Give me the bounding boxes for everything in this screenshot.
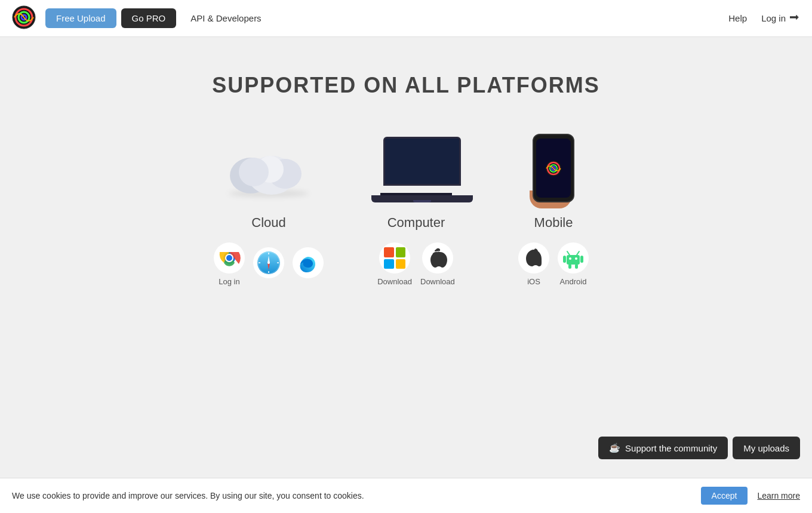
laptop-screen	[383, 137, 461, 186]
android-label: Android	[560, 277, 587, 286]
help-link[interactable]: Help	[728, 13, 747, 23]
chrome-label: Log in	[219, 277, 239, 286]
section-title: SUPPORTED ON ALL PLATFORMS	[212, 73, 599, 98]
svg-rect-23	[567, 255, 580, 265]
svg-rect-28	[563, 256, 566, 263]
apple-computer-icon	[422, 242, 453, 274]
mobile-icons: iOS	[518, 242, 589, 286]
platform-cloud: Cloud Log in	[214, 134, 324, 286]
footer-actions: ☕ Support the community My uploads	[598, 437, 800, 459]
ios-icon	[518, 242, 549, 274]
laptop-art	[371, 137, 461, 202]
my-uploads-button[interactable]: My uploads	[733, 437, 800, 459]
support-icon: ☕	[609, 443, 620, 453]
svg-line-27	[577, 251, 579, 255]
login-link[interactable]: Log in ⮕	[761, 12, 800, 24]
accept-button[interactable]: Accept	[701, 487, 748, 505]
logo[interactable]	[12, 5, 45, 32]
windows-tile-4	[396, 259, 406, 269]
laptop-illustration	[371, 134, 461, 205]
windows-label: Download	[377, 277, 412, 286]
learn-more-button[interactable]: Learn more	[757, 491, 800, 500]
ios-icon-item[interactable]: iOS	[518, 242, 549, 286]
platform-mobile: Mobile iOS	[509, 134, 598, 286]
android-icon-item[interactable]: Android	[558, 242, 589, 286]
platforms-row: Cloud Log in	[78, 134, 734, 286]
chrome-icon-item[interactable]: Log in	[214, 242, 245, 286]
svg-rect-29	[580, 256, 583, 263]
computer-label: Computer	[387, 215, 445, 231]
safari-icon	[253, 247, 284, 278]
platform-computer: Computer Download	[371, 134, 461, 286]
header: Free Upload Go PRO API & Developers Help…	[0, 0, 812, 37]
svg-point-25	[575, 257, 577, 260]
cookie-text: We use cookies to provide and improve ou…	[12, 491, 691, 500]
apple-computer-icon-item[interactable]: Download	[420, 242, 455, 286]
phone-screen	[536, 139, 571, 198]
windows-tile-1	[384, 247, 394, 257]
cloud-puff-5	[239, 158, 269, 186]
apple-computer-label: Download	[420, 277, 455, 286]
windows-tile-2	[396, 247, 406, 257]
svg-line-26	[567, 251, 570, 255]
phone-illustration	[509, 134, 598, 205]
cookie-banner: We use cookies to provide and improve ou…	[0, 478, 812, 513]
svg-rect-30	[568, 264, 571, 269]
android-icon	[558, 242, 589, 274]
api-developers-link[interactable]: API & Developers	[190, 13, 261, 23]
svg-rect-31	[575, 264, 578, 269]
free-upload-button[interactable]: Free Upload	[45, 8, 116, 28]
cloud-art	[224, 140, 313, 199]
cloud-icons: Log in	[214, 242, 324, 286]
edge-icon	[293, 247, 324, 278]
laptop-screen-inner	[385, 139, 459, 184]
login-label: Log in	[761, 13, 786, 23]
windows-tile-3	[384, 259, 394, 269]
chrome-icon	[214, 242, 245, 274]
svg-point-12	[267, 262, 270, 264]
laptop-base	[371, 195, 473, 202]
main-content: SUPPORTED ON ALL PLATFORMS Cloud	[0, 37, 812, 455]
support-label: Support the community	[625, 443, 717, 453]
header-right: Help Log in ⮕	[728, 12, 800, 24]
laptop-notch	[413, 200, 431, 202]
computer-icons: Download Download	[377, 242, 455, 286]
windows-icon	[379, 242, 410, 274]
windows-icon-item[interactable]: Download	[377, 242, 412, 286]
cloud-illustration	[224, 134, 313, 205]
edge-icon-item[interactable]	[293, 247, 324, 282]
svg-point-7	[226, 255, 232, 261]
phone-body	[533, 134, 574, 202]
login-icon: ⮕	[789, 12, 800, 24]
svg-point-24	[569, 257, 571, 260]
ios-label: iOS	[527, 277, 540, 286]
safari-icon-item[interactable]	[253, 247, 284, 282]
cloud-label: Cloud	[251, 215, 285, 231]
go-pro-button[interactable]: Go PRO	[121, 8, 177, 28]
mobile-label: Mobile	[534, 215, 573, 231]
support-community-button[interactable]: ☕ Support the community	[598, 437, 728, 459]
